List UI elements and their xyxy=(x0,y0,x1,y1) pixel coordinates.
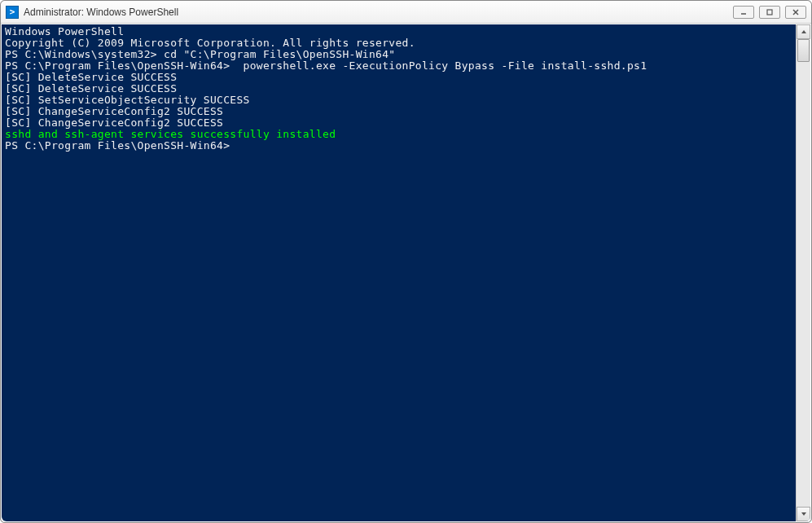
terminal-line: sshd and ssh-agent services successfully… xyxy=(5,129,792,140)
terminal-line: [SC] DeleteService SUCCESS xyxy=(5,83,792,94)
terminal-line: Copyright (C) 2009 Microsoft Corporation… xyxy=(5,37,792,49)
window-controls xyxy=(733,6,806,19)
chevron-down-icon xyxy=(801,511,807,517)
scroll-thumb[interactable] xyxy=(797,39,810,62)
chevron-up-icon xyxy=(801,29,807,35)
terminal-area[interactable]: Windows PowerShellCopyright (C) 2009 Mic… xyxy=(2,24,810,521)
powershell-window: Administrator: Windows PowerShell Window… xyxy=(0,0,812,523)
svg-rect-1 xyxy=(767,10,772,15)
terminal-line: [SC] ChangeServiceConfig2 SUCCESS xyxy=(5,117,792,129)
scroll-track[interactable] xyxy=(797,39,810,507)
close-button[interactable] xyxy=(785,6,806,19)
scroll-down-button[interactable] xyxy=(797,507,810,521)
minimize-button[interactable] xyxy=(733,6,754,19)
powershell-icon xyxy=(6,6,19,19)
maximize-button[interactable] xyxy=(759,6,780,19)
terminal-content[interactable]: Windows PowerShellCopyright (C) 2009 Mic… xyxy=(2,24,796,521)
terminal-line: PS C:\Program Files\OpenSSH-Win64> power… xyxy=(5,60,792,72)
minimize-icon xyxy=(740,8,748,16)
terminal-line: [SC] DeleteService SUCCESS xyxy=(5,72,792,83)
scroll-up-button[interactable] xyxy=(797,24,810,39)
maximize-icon xyxy=(766,8,774,16)
terminal-line: Windows PowerShell xyxy=(5,26,792,37)
terminal-line: [SC] ChangeServiceConfig2 SUCCESS xyxy=(5,106,792,117)
scrollbar[interactable] xyxy=(796,24,810,521)
terminal-line: [SC] SetServiceObjectSecurity SUCCESS xyxy=(5,94,792,106)
svg-marker-4 xyxy=(801,30,806,33)
terminal-line: PS C:\Program Files\OpenSSH-Win64> xyxy=(5,140,792,152)
terminal-line: PS C:\Windows\system32> cd "C:\Program F… xyxy=(5,49,792,60)
titlebar[interactable]: Administrator: Windows PowerShell xyxy=(1,1,811,24)
svg-marker-5 xyxy=(801,512,806,516)
close-icon xyxy=(792,8,800,16)
window-title: Administrator: Windows PowerShell xyxy=(24,7,733,18)
